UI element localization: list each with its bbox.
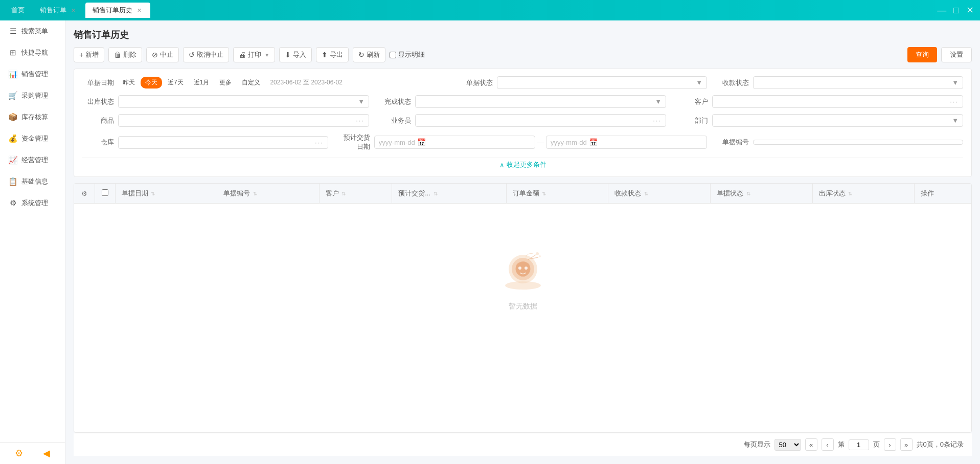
main-layout: ☰ 搜索菜单 ⊞ 快捷导航 📊 销售管理 🛒 采购管理 📦 库存核算 💰 资金管… [0,20,980,464]
sidebar-item-search-menu[interactable]: ☰ 搜索菜单 [0,20,65,42]
page-input[interactable] [849,439,869,450]
refresh-button[interactable]: ↻ 刷新 [353,47,385,62]
tab-sales-order[interactable]: 销售订单 ✕ [33,3,84,18]
date-tab-more[interactable]: 更多 [215,77,236,89]
complete-status-chevron-icon: ▼ [655,98,662,105]
date-label: 单据日期 [82,78,118,87]
import-icon: ⬇ [285,51,291,59]
warehouse-control[interactable]: ··· [118,136,328,149]
delivery-date-range: yyyy-mm-dd 📅 — yyyy-mm-dd 📅 [374,136,707,149]
sidebar-item-inventory[interactable]: 📦 库存核算 [0,106,65,128]
tab-home[interactable]: 首页 [4,3,32,18]
filter-date: 单据日期 昨天 今天 近7天 近1月 更多 自定义 2023-06-02 至 2… [82,77,451,89]
delivery-date-start-input[interactable]: yyyy-mm-dd 📅 [374,136,535,149]
salesperson-control[interactable]: ··· [415,114,666,127]
display-cols-checkbox[interactable] [390,52,396,58]
import-button[interactable]: ⬇ 导入 [279,47,312,62]
sidebar-item-sales-mgmt[interactable]: 📊 销售管理 [0,63,65,85]
sidebar-item-basic-info[interactable]: 📋 基础信息 [0,171,65,192]
customer-control[interactable]: ··· [712,95,963,108]
payment-status-chevron-icon: ▼ [952,79,959,86]
print-dropdown-icon: ▼ [264,52,269,58]
payment-status-control[interactable]: ▼ [753,76,963,89]
new-button[interactable]: + 新增 [74,47,104,62]
th-order-status[interactable]: 单据状态 ⇅ [710,184,812,204]
settings-button[interactable]: 设置 [941,47,972,62]
close-icon[interactable]: ✕ [964,4,976,17]
th-gear[interactable]: ⚙ [74,184,95,204]
sidebar-item-purchase-mgmt[interactable]: 🛒 采购管理 [0,85,65,106]
tab-sales-history-close[interactable]: ✕ [135,7,143,14]
stop-button[interactable]: ⊘ 中止 [146,47,179,62]
tab-sales-history[interactable]: 销售订单历史 ✕ [85,3,150,18]
sort-order-no-icon: ⇅ [253,191,257,196]
per-page-select[interactable]: 10 20 50 100 [774,439,801,451]
date-tab-yesterday[interactable]: 昨天 [118,77,140,89]
th-delivery-date[interactable]: 预计交货... ⇅ [392,184,507,204]
delivery-date-end-input[interactable]: yyyy-mm-dd 📅 [546,136,707,149]
first-page-button[interactable]: « [805,438,817,451]
complete-status-control[interactable]: ▼ [415,95,666,108]
th-action: 操作 [915,184,971,204]
th-order-status-label: 单据状态 [717,189,743,197]
delete-button[interactable]: 🗑 删除 [108,47,142,62]
collapse-label: 收起更多条件 [507,160,546,169]
date-tab-last30[interactable]: 近1月 [189,77,214,89]
system-mgmt-icon: ⚙ [8,198,17,208]
export-label: 导出 [330,50,343,59]
prev-page-button[interactable]: ‹ [822,438,834,451]
sidebar-item-operations-label: 经营管理 [21,156,48,165]
sidebar-item-operations[interactable]: 📈 经营管理 [0,149,65,171]
filter-complete-status: 完成状态 ▼ [379,95,666,108]
date-tab-custom[interactable]: 自定义 [237,77,265,89]
th-order-no[interactable]: 单据编号 ⇅ [217,184,320,204]
th-payment-status[interactable]: 收款状态 ⇅ [608,184,711,204]
print-button[interactable]: 🖨 打印 ▼ [233,47,275,62]
salesperson-dots-icon: ··· [653,117,662,124]
collapse-arrow-icon: ∧ [499,161,505,169]
tab-sales-order-close[interactable]: ✕ [70,7,77,14]
collapse-more-conditions[interactable]: ∧ 收起更多条件 [82,158,963,173]
th-delivery-status[interactable]: 出库状态 ⇅ [812,184,915,204]
page-title: 销售订单历史 [74,29,972,41]
cancel-stop-button[interactable]: ↺ 取消中止 [183,47,229,62]
import-label: 导入 [293,50,306,59]
export-button[interactable]: ⬆ 导出 [316,47,349,62]
order-no-control[interactable] [753,140,963,145]
filter-goods: 商品 ··· [82,114,369,127]
date-tab-today[interactable]: 今天 [141,77,162,89]
department-control[interactable]: ▼ [712,114,963,127]
sidebar-item-finance[interactable]: 💰 资金管理 [0,128,65,149]
svg-point-5 [525,267,528,270]
date-tab-last7[interactable]: 近7天 [163,77,188,89]
salesperson-label: 业务员 [379,116,415,125]
content-area: 销售订单历史 + 新增 🗑 删除 ⊘ 中止 ↺ 取消中止 🖨 打印 ▼ [65,20,980,464]
display-cols-toggle[interactable]: 显示明细 [390,50,425,59]
th-order-no-label: 单据编号 [223,189,250,197]
filter-order-no: 单据编号 [717,138,963,147]
department-chevron-icon: ▼ [952,117,959,124]
minimize-icon[interactable]: — [935,4,948,17]
sidebar-item-system-mgmt[interactable]: ⚙ 系统管理 [0,192,65,214]
page-unit-label: 页 [873,440,880,449]
sort-amount-icon: ⇅ [542,191,546,196]
delivery-status-control[interactable]: ▼ [118,95,369,108]
goods-control[interactable]: ··· [118,114,369,127]
sidebar-settings-icon[interactable]: ⚙ [15,448,23,459]
order-status-control[interactable]: ▼ [497,76,707,89]
select-all-checkbox[interactable] [102,189,108,196]
th-date[interactable]: 单据日期 ⇅ [115,184,217,204]
next-page-button[interactable]: › [884,438,896,451]
th-check[interactable] [95,184,115,204]
empty-state-row: 暂无数据 [74,204,971,352]
th-customer[interactable]: 客户 ⇅ [319,184,392,204]
sort-order-status-icon: ⇅ [746,191,750,196]
last-page-button[interactable]: » [900,438,913,451]
query-button[interactable]: 查询 [907,47,937,62]
customer-dots-icon: ··· [950,98,959,105]
empty-state: 暂无数据 [74,204,971,352]
sidebar-collapse-icon[interactable]: ◀ [43,448,50,459]
sidebar-item-quick-nav[interactable]: ⊞ 快捷导航 [0,42,65,63]
maximize-icon[interactable]: □ [951,4,961,17]
th-amount[interactable]: 订单金额 ⇅ [506,184,608,204]
